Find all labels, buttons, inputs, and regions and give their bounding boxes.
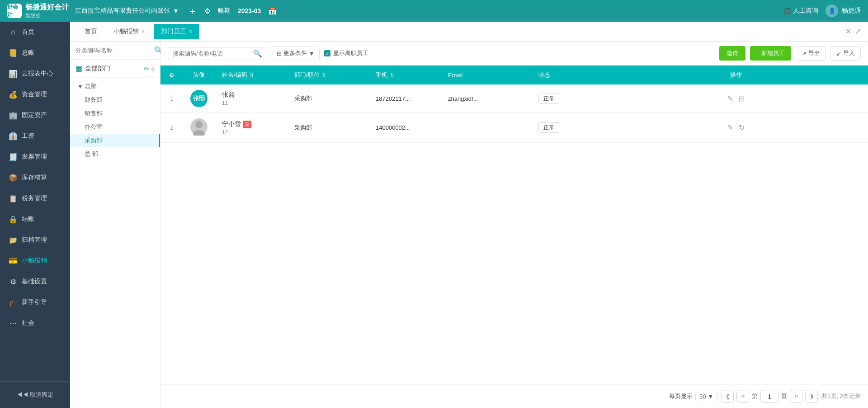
app-tag-2: 应 bbox=[243, 121, 251, 128]
edit-button-1[interactable]: ✎ bbox=[727, 94, 733, 103]
sidebar: ⌂ 首页 📒 总账 📊 云报表中心 💰 资金管理 🏢 固定资产 👔 工资 🧾 发… bbox=[0, 22, 70, 408]
action-buttons-2: ✎↻ bbox=[611, 123, 861, 132]
tab-dept-close[interactable]: × bbox=[189, 28, 192, 35]
user-area[interactable]: 👤 畅捷通 bbox=[826, 5, 861, 17]
guide-icon: 🎓 bbox=[9, 298, 17, 306]
dept-item-purchase[interactable]: 采购部 bbox=[70, 134, 160, 147]
sidebar-item-ledger[interactable]: 📒 总账 bbox=[0, 42, 70, 63]
company-name: 江西服宝精品有限责任公司内账张 bbox=[75, 7, 170, 15]
per-page-dropdown[interactable]: 50 ▼ bbox=[695, 392, 717, 401]
sidebar-label-more: 社会 bbox=[22, 319, 34, 327]
tab-dept-employee[interactable]: 部门员工 × bbox=[154, 24, 199, 39]
sidebar-label-reports: 云报表中心 bbox=[22, 70, 53, 78]
expand-icon[interactable]: ⤢ bbox=[855, 27, 861, 36]
employee-search-input[interactable] bbox=[173, 50, 250, 57]
employee-name-1: 张熙 bbox=[222, 91, 280, 99]
import-icon: ↙ bbox=[836, 50, 841, 57]
import-button[interactable]: ↙ 导入 bbox=[830, 46, 861, 61]
export-icon: ↗ bbox=[802, 50, 807, 57]
sidebar-item-invoice[interactable]: 🧾 发票管理 bbox=[0, 146, 70, 167]
col-email: Email bbox=[441, 66, 531, 84]
import-label: 导入 bbox=[843, 49, 855, 57]
dept-panel: 🔍 ▦ 全部部门 ✏ « ▼ 总部 bbox=[70, 42, 160, 408]
tab-home[interactable]: 首页 bbox=[77, 24, 104, 39]
dept-item-finance[interactable]: 财务部 bbox=[70, 93, 160, 107]
first-page-button[interactable]: ⟪ bbox=[721, 390, 734, 403]
sidebar-item-payroll[interactable]: 👔 工资 bbox=[0, 126, 70, 146]
sidebar-item-closing[interactable]: 🔒 结账 bbox=[0, 209, 70, 230]
close-all-tabs-icon[interactable]: ✕ bbox=[845, 27, 851, 36]
dept-collapse-icon[interactable]: « bbox=[151, 65, 155, 72]
cancel-pin-button[interactable]: ◀◀ 取消固定 bbox=[0, 386, 70, 403]
col-settings[interactable]: ⚙ bbox=[160, 66, 183, 84]
dept-sales-label: 销售部 bbox=[85, 110, 102, 117]
sidebar-item-assets[interactable]: 🏢 固定资产 bbox=[0, 105, 70, 126]
table-row: 1张熙张熙11采购部187202117...zhangxidf...正常✎⊟ bbox=[160, 84, 868, 113]
all-dept-icon: ▦ bbox=[75, 64, 82, 73]
export-button[interactable]: ↗ 导出 bbox=[796, 46, 826, 61]
filter-button[interactable]: ⊟ 更多条件 ▼ bbox=[272, 47, 320, 60]
page-number-input[interactable] bbox=[760, 390, 778, 403]
app-sub: 旗舰版 bbox=[25, 12, 69, 19]
sidebar-item-tax[interactable]: 📋 税务管理 bbox=[0, 188, 70, 209]
reset-button-2[interactable]: ↻ bbox=[739, 123, 745, 132]
payroll-icon: 👔 bbox=[9, 132, 17, 140]
employee-code-2: 12 bbox=[222, 129, 280, 136]
dept-group-hq-header[interactable]: ▼ 总部 bbox=[70, 80, 160, 93]
employee-data-table: ⚙ 头像 姓名/编码 ⇅ 部门/职位 ⇅ bbox=[160, 66, 868, 143]
dept-item-sales[interactable]: 销售部 bbox=[70, 107, 160, 120]
logout-button-1[interactable]: ⊟ bbox=[739, 94, 745, 103]
ledger-icon: 📒 bbox=[9, 49, 17, 57]
sidebar-item-archive[interactable]: 📁 归档管理 bbox=[0, 230, 70, 250]
col-avatar: 头像 bbox=[183, 66, 215, 84]
company-selector[interactable]: 江西服宝精品有限责任公司内账张 ▼ bbox=[75, 7, 179, 15]
employee-search-icon[interactable]: 🔍 bbox=[253, 49, 262, 58]
sidebar-label-expense: 小畅报销 bbox=[22, 257, 47, 265]
dept-item-office[interactable]: 办公室 bbox=[70, 120, 160, 134]
avatar-1: 张熙 bbox=[190, 90, 208, 107]
toolbar-right: 邀请 + 新增员工 ↗ 导出 ↙ 导入 bbox=[719, 46, 861, 61]
next-page-button[interactable]: ＞ bbox=[790, 390, 802, 403]
svg-point-0 bbox=[195, 121, 203, 128]
add-button[interactable]: ＋ bbox=[188, 5, 197, 17]
settings-button[interactable]: ⚙ bbox=[204, 7, 211, 15]
invoice-icon: 🧾 bbox=[9, 153, 17, 161]
content-area: 首页 小畅报销 × 部门员工 × ✕ ⤢ 🔍 bbox=[70, 22, 868, 408]
calendar-icon[interactable]: 📅 bbox=[268, 7, 277, 15]
tab-expense-close[interactable]: × bbox=[142, 28, 145, 35]
add-employee-button[interactable]: + 新增员工 bbox=[750, 46, 791, 61]
sidebar-item-guide[interactable]: 🎓 新手引导 bbox=[0, 292, 70, 313]
sidebar-label-guide: 新手引导 bbox=[22, 298, 47, 306]
phone-sort-icon[interactable]: ⇅ bbox=[390, 72, 394, 78]
logo-icon: 好会计 bbox=[7, 4, 22, 18]
service-button[interactable]: 🎧 人工咨询 bbox=[783, 7, 818, 15]
prev-page-button[interactable]: ＜ bbox=[736, 390, 749, 403]
page-label-pre: 第 bbox=[752, 392, 758, 400]
all-dept-header[interactable]: ▦ 全部部门 ✏ « bbox=[70, 60, 160, 78]
name-sort-icon[interactable]: ⇅ bbox=[250, 72, 254, 78]
headphone-icon: 🎧 bbox=[783, 7, 791, 14]
sidebar-item-funds[interactable]: 💰 资金管理 bbox=[0, 84, 70, 105]
show-resign-checkbox[interactable]: ✓ bbox=[324, 50, 330, 56]
show-resign-toggle[interactable]: ✓ 显示离职员工 bbox=[324, 49, 368, 57]
sidebar-item-reports[interactable]: 📊 云报表中心 bbox=[0, 63, 70, 84]
dept-item-general-hq[interactable]: 总 部 bbox=[70, 147, 160, 161]
main-layout: ⌂ 首页 📒 总账 📊 云报表中心 💰 资金管理 🏢 固定资产 👔 工资 🧾 发… bbox=[0, 22, 868, 408]
sidebar-item-inventory[interactable]: 📦 库存核算 bbox=[0, 167, 70, 188]
tab-expense[interactable]: 小畅报销 × bbox=[106, 24, 152, 39]
svg-point-1 bbox=[193, 130, 205, 136]
sidebar-label-archive: 归档管理 bbox=[22, 236, 47, 244]
sidebar-item-settings[interactable]: ⚙ 基础设置 bbox=[0, 271, 70, 292]
sidebar-item-expense[interactable]: 💳 小畅报销 bbox=[0, 250, 70, 271]
invite-button[interactable]: 邀请 bbox=[719, 46, 745, 61]
dept-edit-icon[interactable]: ✏ bbox=[144, 65, 149, 72]
last-page-button[interactable]: ⟫ bbox=[805, 390, 818, 403]
sidebar-item-home[interactable]: ⌂ 首页 bbox=[0, 22, 70, 42]
dept-sort-icon[interactable]: ⇅ bbox=[322, 72, 326, 78]
sidebar-label-ledger: 总账 bbox=[22, 49, 34, 57]
expense-icon: 💳 bbox=[9, 257, 17, 265]
sidebar-item-more[interactable]: ⋯ 社会 bbox=[0, 313, 70, 333]
dept-search-input[interactable] bbox=[75, 47, 151, 54]
employee-table: ⚙ 头像 姓名/编码 ⇅ 部门/职位 ⇅ bbox=[160, 66, 868, 384]
edit-button-2[interactable]: ✎ bbox=[727, 123, 733, 132]
